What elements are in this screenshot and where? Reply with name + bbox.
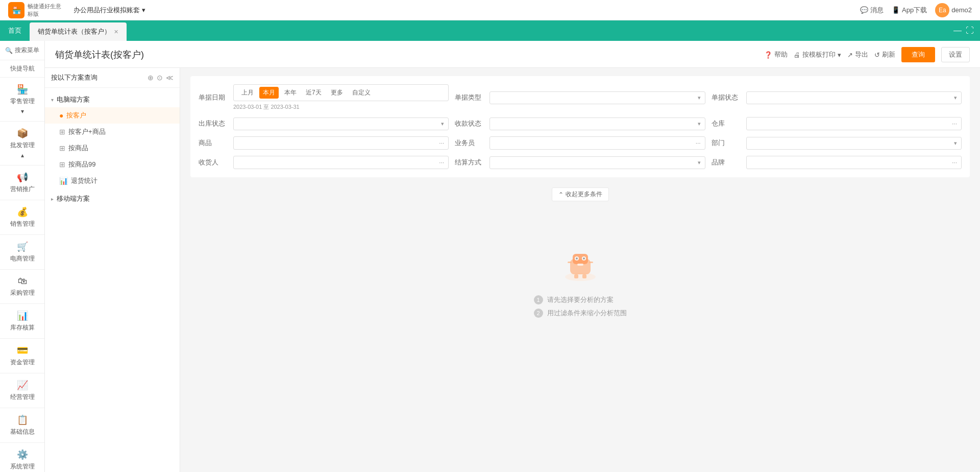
brand-dots-icon: ··· <box>952 159 957 166</box>
sidebar-item-marketing[interactable]: 📢 营销推广 <box>0 166 44 200</box>
sales-icon: 💰 <box>17 206 28 218</box>
sidebar-item-sales[interactable]: 💰 销售管理 <box>0 200 44 235</box>
app-download-button[interactable]: 📱 App下载 <box>892 6 927 15</box>
tree-group-desktop-header[interactable]: ▾ 电脑端方案 <box>45 92 180 107</box>
empty-illustration <box>555 236 606 287</box>
page-actions: ❓ 帮助 🖨 按模板打印 ▾ ↗ 导出 ↺ 刷新 查询 设置 <box>764 47 970 62</box>
messages-button[interactable]: 💬 消息 <box>860 6 884 15</box>
receipt-status-select[interactable]: ▾ <box>489 117 705 130</box>
scheme-header: 按以下方案查询 ⊕ ⊙ ≪ <box>45 68 180 88</box>
receiver-select[interactable]: ··· <box>233 156 449 169</box>
tab-sales-stat[interactable]: 销货单统计表（按客户） ✕ <box>30 22 127 41</box>
svg-rect-11 <box>582 274 586 278</box>
settings-button[interactable]: 设置 <box>941 47 970 62</box>
scheme-item-by-customer-product[interactable]: ⊞ 按客户+商品 <box>45 124 180 140</box>
sidebar-item-inventory[interactable]: 📊 库存核算 <box>0 304 44 339</box>
scheme-item-by-customer[interactable]: ● 按客户 <box>45 107 180 124</box>
tab-close-icon[interactable]: ✕ <box>114 29 118 35</box>
sidebar-item-operation[interactable]: 📈 经营管理 <box>0 373 44 408</box>
sidebar-item-retail[interactable]: 🏪 零售管理 ▾ <box>0 78 44 122</box>
scheme-item-by-product[interactable]: ⊞ 按商品 <box>45 140 180 156</box>
tabbar: 首页 销货单统计表（按客户） ✕ — ⛶ <box>0 20 980 41</box>
sidebar-item-finance[interactable]: 💳 资金管理 <box>0 339 44 373</box>
product-label: 商品 <box>199 138 229 148</box>
sidebar-item-wholesale[interactable]: 📦 批发管理 ▴ <box>0 122 44 166</box>
query-button[interactable]: 查询 <box>901 47 935 62</box>
product-select[interactable]: ··· <box>233 136 449 150</box>
export-button[interactable]: ↗ 导出 <box>847 50 868 59</box>
doc-status-select[interactable]: ▾ <box>746 91 962 104</box>
filter-warehouse-item: 仓库 ··· <box>712 117 962 130</box>
scheme-icon-product: ⊞ <box>59 144 65 152</box>
doc-type-select[interactable]: ▾ <box>489 91 705 104</box>
date-btn-this-month[interactable]: 本月 <box>259 87 279 99</box>
filter-stock-status-item: 出库状态 ▾ <box>199 117 449 130</box>
doc-status-chevron: ▾ <box>954 95 957 101</box>
date-btn-last-month[interactable]: 上月 <box>238 87 257 99</box>
tab-home[interactable]: 首页 <box>0 20 30 41</box>
settlement-select[interactable]: ▾ <box>489 156 705 169</box>
department-select[interactable]: ▾ <box>746 137 962 150</box>
scheme-panel: 按以下方案查询 ⊕ ⊙ ≪ ▾ 电脑端方案 <box>45 68 180 472</box>
content-area: 单据日期 上月 本月 本年 近7天 更多 自定义 <box>180 68 980 472</box>
filter-row-2: 出库状态 ▾ 收款状态 ▾ <box>199 117 962 130</box>
salesperson-select[interactable]: ··· <box>489 136 705 150</box>
warehouse-dots-icon: ··· <box>952 120 957 127</box>
print-button[interactable]: 🖨 按模板打印 ▾ <box>794 50 841 59</box>
settlement-chevron: ▾ <box>698 159 701 166</box>
scheme-item-return-stat[interactable]: 📊 退货统计 <box>45 173 180 189</box>
filter-receiver-item: 收货人 ··· <box>199 156 449 169</box>
date-btn-custom[interactable]: 自定义 <box>349 87 374 99</box>
print-icon: 🖨 <box>794 51 800 59</box>
empty-tips: 1 请先选择要分析的方案 2 用过滤条件来缩小分析范围 <box>534 295 627 318</box>
date-btn-this-year[interactable]: 本年 <box>281 87 300 99</box>
collapse-button[interactable]: ⌃ 收起更多条件 <box>552 187 609 201</box>
sidebar-item-basic[interactable]: 📋 基础信息 <box>0 408 44 443</box>
tab-fullscreen-icon[interactable]: ⛶ <box>966 26 974 35</box>
split-panel: 按以下方案查询 ⊕ ⊙ ≪ ▾ 电脑端方案 <box>45 68 980 472</box>
receiver-dots-icon: ··· <box>439 159 444 166</box>
refresh-scheme-icon[interactable]: ⊙ <box>157 74 163 82</box>
collapse-scheme-icon[interactable]: ≪ <box>166 74 174 82</box>
print-dropdown-icon: ▾ <box>838 51 841 59</box>
scheme-item-by-product-99[interactable]: ⊞ 按商品99 <box>45 156 180 173</box>
empty-state: 1 请先选择要分析的方案 2 用过滤条件来缩小分析范围 <box>190 205 970 348</box>
svg-point-6 <box>583 257 585 259</box>
settlement-label: 结算方式 <box>455 158 485 167</box>
sidebar-search[interactable]: 🔍 搜索菜单 <box>0 41 44 60</box>
scheme-icon-customer: ● <box>59 111 63 120</box>
tab-minimize-icon[interactable]: — <box>953 26 962 35</box>
sidebar-item-ecommerce[interactable]: 🛒 电商管理 <box>0 235 44 270</box>
date-label: 单据日期 <box>199 93 229 102</box>
date-btn-more[interactable]: 更多 <box>327 87 347 99</box>
sidebar-item-system[interactable]: ⚙️ 系统管理 <box>0 443 44 472</box>
operation-icon: 📈 <box>17 380 28 391</box>
ecommerce-icon: 🛒 <box>17 241 28 252</box>
app-selector[interactable]: 办公用品行业模拟账套 ▾ <box>74 6 145 15</box>
stock-status-select[interactable]: ▾ <box>233 117 449 130</box>
tree-group-desktop: ▾ 电脑端方案 ● 按客户 ⊞ 按客户+商品 ⊞ <box>45 92 180 189</box>
add-scheme-icon[interactable]: ⊕ <box>148 74 154 82</box>
filter-row-3: 商品 ··· 业务员 ··· <box>199 136 962 150</box>
export-icon: ↗ <box>847 51 853 59</box>
help-button[interactable]: ❓ 帮助 <box>764 50 788 59</box>
user-menu[interactable]: Ea demo2 <box>935 3 972 17</box>
expand-icon: ▴ <box>21 152 24 159</box>
logo-area: 🏪 畅捷通好生意 标版 <box>8 2 61 18</box>
sidebar-item-purchase[interactable]: 🛍 采购管理 <box>0 270 44 304</box>
scheme-icon-customer-product: ⊞ <box>59 128 65 136</box>
warehouse-label: 仓库 <box>712 119 742 128</box>
finance-icon: 💳 <box>17 345 28 356</box>
date-shortcuts-bar: 上月 本月 本年 近7天 更多 自定义 <box>233 84 449 101</box>
doc-status-label: 单据状态 <box>712 93 742 102</box>
tree-expand-icon: ▾ <box>51 97 54 103</box>
date-btn-7days[interactable]: 近7天 <box>302 87 325 99</box>
download-icon: 📱 <box>892 6 900 14</box>
warehouse-select[interactable]: ··· <box>746 117 962 130</box>
refresh-button[interactable]: ↺ 刷新 <box>874 50 895 59</box>
sidebar-quick-nav[interactable]: 快捷导航 <box>0 60 44 78</box>
svg-rect-9 <box>589 262 593 263</box>
brand-select[interactable]: ··· <box>746 156 962 169</box>
tree-group-mobile-header[interactable]: ▸ 移动端方案 <box>45 191 180 206</box>
stock-status-chevron: ▾ <box>441 121 444 127</box>
